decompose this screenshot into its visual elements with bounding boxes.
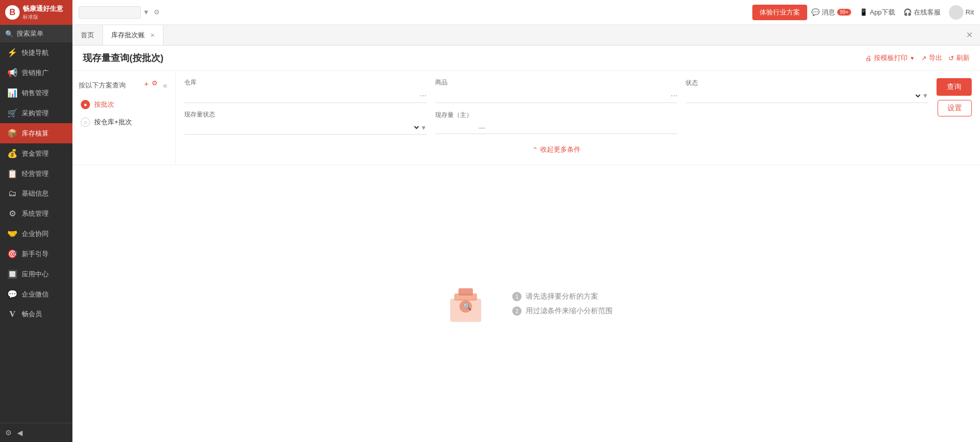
product-dots[interactable]: ··· [671, 91, 677, 100]
sidebar-item-label: 资金管理 [22, 149, 49, 158]
guide-icon: 🎯 [7, 249, 18, 259]
tab-home-label: 首页 [81, 31, 94, 39]
plan-label: 按批次 [94, 100, 114, 109]
empty-state: 🔍 1 请先选择要分析的方案 2 用过滤条件来缩小分析范围 [72, 165, 980, 442]
sidebar-item-basic[interactable]: 🗂 基础信息 [0, 184, 72, 203]
status-select[interactable] [686, 92, 922, 100]
topbar-right: 💬 消息 99+ 📱 App下载 🎧 在线客服 Rit [811, 5, 974, 20]
sidebar-item-system[interactable]: ⚙ 系统管理 [0, 203, 72, 224]
plan-item-by-warehouse-batch[interactable]: ○ 按仓库+批次 [72, 113, 175, 131]
purchase-icon: 🛒 [7, 108, 18, 118]
sidebar-item-enterprise[interactable]: 🤝 企业协同 [0, 224, 72, 244]
app-download-button[interactable]: 📱 App下载 [859, 8, 895, 17]
experience-button[interactable]: 体验行业方案 [752, 5, 807, 20]
tip-text-1: 请先选择要分析的方案 [526, 292, 598, 301]
stock-quantity-label: 现存量（主） [435, 111, 678, 120]
apps-icon: 🔲 [7, 269, 18, 279]
svg-rect-2 [458, 288, 473, 296]
export-button[interactable]: ↗ 导出 [921, 53, 942, 63]
sidebar-item-sales[interactable]: 📊 销售管理 [0, 83, 72, 103]
sidebar-item-marketing[interactable]: 📢 营销推广 [0, 63, 72, 83]
sidebar-item-purchase[interactable]: 🛒 采购管理 [0, 103, 72, 123]
collapse-filter-sidebar-button[interactable]: « [161, 79, 169, 92]
stock-quantity-min[interactable] [435, 124, 477, 131]
warehouse-input[interactable] [184, 92, 418, 100]
stock-status-label: 现存量状态 [184, 110, 427, 119]
empty-tip-1: 1 请先选择要分析的方案 [512, 292, 613, 301]
sidebar-item-label: 快捷导航 [22, 48, 49, 57]
collapse-more-button[interactable]: ⌃ 收起更多条件 [184, 142, 928, 157]
refresh-label: 刷新 [956, 53, 970, 63]
plan-label: 按仓库+批次 [94, 117, 132, 127]
sidebar-item-label: 销售管理 [22, 89, 49, 98]
topbar-settings-icon[interactable]: ⚙ [154, 8, 160, 16]
stock-status-select[interactable] [184, 123, 421, 132]
collapse-more-label: 收起更多条件 [540, 145, 581, 154]
plan-settings-button[interactable]: ⚙ [152, 79, 158, 92]
avatar [949, 5, 963, 20]
tab-batch-account[interactable]: 库存批次账 ✕ [103, 25, 164, 45]
settings-button[interactable]: ⚙ [5, 429, 12, 437]
warehouse-input-wrap: ··· [184, 89, 427, 103]
topbar-dropdown-icon[interactable]: ▼ [143, 8, 150, 16]
sidebar-search[interactable]: 🔍 搜索菜单 [0, 25, 72, 42]
query-button[interactable]: 查询 [937, 78, 972, 96]
topbar-search-input[interactable] [79, 6, 141, 19]
user-menu[interactable]: Rit [949, 5, 974, 20]
stock-status-select-wrap: ▼ [184, 121, 427, 135]
page-header-actions: 🖨 按模板打印 ▼ ↗ 导出 ↺ 刷新 [865, 53, 970, 63]
tab-close-icon[interactable]: ✕ [150, 32, 155, 38]
sidebar-header: B 畅康通好生意 标准版 [0, 0, 72, 25]
sidebar-item-member[interactable]: V 畅会员 [0, 304, 72, 324]
refresh-button[interactable]: ↺ 刷新 [948, 53, 970, 63]
add-plan-button[interactable]: + [144, 79, 149, 92]
enterprise-icon: 🤝 [7, 229, 18, 239]
filter-field-stock-quantity: 现存量（主） — [435, 111, 678, 134]
print-icon: 🖨 [865, 54, 872, 62]
svg-text:🔍: 🔍 [463, 302, 472, 311]
system-icon: ⚙ [7, 209, 18, 218]
status-label: 状态 [686, 79, 928, 87]
app-download-label: App下载 [870, 8, 895, 17]
sidebar-item-label: 应用中心 [22, 270, 49, 279]
app-logo: B [5, 5, 20, 20]
print-label: 按模板打印 [874, 53, 908, 63]
empty-tips: 1 请先选择要分析的方案 2 用过滤条件来缩小分析范围 [512, 292, 613, 316]
print-dropdown-icon[interactable]: ▼ [910, 55, 915, 61]
sidebar-item-apps[interactable]: 🔲 应用中心 [0, 264, 72, 284]
sidebar-item-label: 新手引导 [22, 249, 49, 259]
headset-icon: 🎧 [903, 8, 912, 16]
plan-item-by-batch[interactable]: ● 按批次 [72, 96, 175, 113]
sidebar-item-guide[interactable]: 🎯 新手引导 [0, 244, 72, 264]
refresh-icon: ↺ [948, 54, 954, 62]
product-label: 商品 [435, 78, 678, 87]
sidebar-item-wechat[interactable]: 💬 企业微信 [0, 284, 72, 304]
sidebar-item-finance[interactable]: 💰 资金管理 [0, 143, 72, 164]
print-button[interactable]: 🖨 按模板打印 ▼ [865, 53, 915, 63]
tab-home[interactable]: 首页 [72, 25, 103, 45]
filter-sidebar: 按以下方案查询 + ⚙ « ● 按批次 ○ 按仓库+批次 [72, 71, 176, 165]
online-service-button[interactable]: 🎧 在线客服 [903, 8, 941, 17]
export-icon: ↗ [921, 54, 927, 62]
sidebar-item-quick-nav[interactable]: ⚡ 快捷导航 [0, 42, 72, 63]
stock-quantity-max[interactable] [487, 124, 529, 131]
topbar: ▼ ⚙ 体验行业方案 💬 消息 99+ 📱 App下载 🎧 在线客服 Rit [72, 0, 980, 25]
app-version: 标准版 [23, 13, 63, 21]
status-chevron-icon: ▼ [922, 92, 928, 99]
sidebar-item-operation[interactable]: 📋 经营管理 [0, 164, 72, 184]
sidebar-item-inventory[interactable]: 📦 库存核算 [0, 123, 72, 143]
sidebar-item-label: 基础信息 [22, 189, 49, 198]
sidebar-nav: 🔍 搜索菜单 ⚡ 快捷导航 📢 营销推广 📊 销售管理 🛒 采购管理 📦 库存核… [0, 25, 72, 423]
filter-settings-button[interactable]: 设置 [938, 100, 972, 116]
warehouse-dots[interactable]: ··· [420, 91, 426, 100]
wechat-icon: 💬 [7, 289, 18, 299]
sidebar: B 畅康通好生意 标准版 🔍 搜索菜单 ⚡ 快捷导航 📢 营销推广 📊 销售管理… [0, 0, 72, 442]
sidebar-item-label: 系统管理 [22, 209, 49, 218]
phone-icon: 📱 [859, 8, 868, 16]
filter-sidebar-actions: + ⚙ « [144, 79, 169, 92]
message-badge: 99+ [837, 9, 851, 16]
product-input[interactable] [435, 92, 669, 100]
close-all-tabs-button[interactable]: ✕ [959, 25, 980, 45]
collapse-sidebar-button[interactable]: ◀ [17, 429, 23, 437]
messages-button[interactable]: 💬 消息 99+ [811, 8, 851, 17]
